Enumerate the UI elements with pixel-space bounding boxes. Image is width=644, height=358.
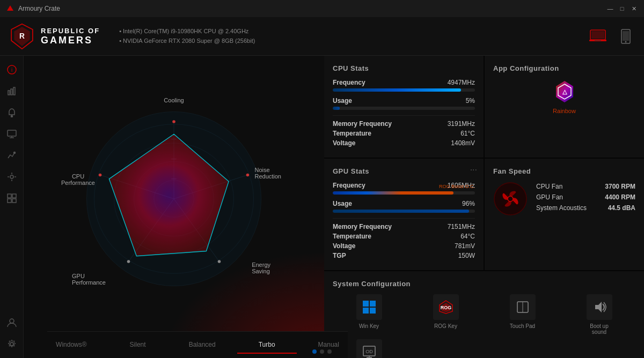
laptop-view-button[interactable] (588, 27, 608, 46)
svg-rect-60 (363, 301, 369, 307)
svg-rect-63 (370, 308, 376, 314)
gpu-tgp-label: TGP (333, 252, 346, 259)
cpu-usage-label: Usage (333, 97, 352, 105)
title-bar-left: Armoury Crate (6, 5, 60, 12)
gpu-mem-freq-label: Memory Frequency (333, 223, 392, 230)
cpu-divider (333, 115, 475, 116)
profile-tabs[interactable]: Windows® Silent Balanced Turbo Manual (47, 331, 348, 358)
svg-rect-61 (370, 301, 376, 307)
gpu-usage-bar (333, 210, 475, 213)
header-system-info: • Intel(R) Core(TM) i9-10980HK CPU @ 2.4… (119, 27, 255, 46)
gpu-mem-freq-value: 7151MHz (448, 223, 475, 230)
gamers-label: GAMERS (41, 35, 100, 46)
app-config-title: App Configuration (493, 64, 635, 72)
fan-speed-title: Fan Speed (493, 167, 635, 175)
cpu-stats-panel: CPU Stats Frequency 4947MHz Usage 5% (324, 56, 484, 158)
title-bar: Armoury Crate — □ ✕ (0, 0, 644, 17)
scroll-dot-1 (312, 349, 317, 354)
close-button[interactable]: ✕ (630, 5, 638, 12)
svg-point-32 (10, 342, 13, 346)
gpu-more-button[interactable]: ··· (470, 165, 477, 175)
svg-rect-7 (595, 40, 601, 41)
svg-text:R: R (19, 32, 25, 40)
radar-label-energy: EnergySaving (252, 262, 270, 274)
sidebar-item-performance[interactable] (2, 81, 21, 101)
svg-rect-28 (12, 194, 16, 198)
svg-text:OD: OD (365, 349, 373, 354)
app-config-panel: App Configuration △ (485, 56, 644, 158)
touch-pad-label: Touch Pad (510, 323, 535, 329)
gpu-voltage-value: 781mV (455, 242, 475, 250)
system-config-panel: System Configuration Win Key (324, 271, 644, 358)
phone-view-button[interactable] (616, 27, 635, 46)
aura-sync-button[interactable]: △ Rainbow (493, 79, 635, 114)
minimize-button[interactable]: — (606, 5, 614, 12)
sidebar-item-info[interactable]: i (2, 60, 21, 79)
fan-content: CPU Fan 3700 RPM GPU Fan 4400 RPM System… (493, 182, 635, 216)
svg-point-10 (625, 41, 627, 42)
win-key-label: Win Key (359, 323, 379, 329)
gpu-frequency-bar-wrapper: ROG Boost O.C. (333, 191, 475, 195)
gpu-voltage-label: Voltage (333, 242, 355, 250)
fan-speed-panel: Fan Speed (485, 159, 644, 270)
sidebar-item-user[interactable] (2, 313, 21, 332)
app-icon (6, 5, 14, 12)
system-acoustics-row: System Acoustics 44.5 dBA (536, 204, 635, 212)
svg-point-49 (246, 174, 250, 177)
tab-balanced[interactable]: Balanced (167, 337, 237, 354)
win-key-button[interactable]: Win Key (333, 294, 405, 335)
svg-text:ROG: ROG (440, 305, 451, 310)
gpu-usage-row: Usage 96% (333, 200, 475, 207)
touch-pad-button[interactable]: Touch Pad (486, 294, 559, 335)
gpu-frequency-label: Frequency (333, 182, 365, 189)
gpu-divider (333, 218, 475, 219)
sidebar-item-lighting[interactable] (2, 167, 21, 187)
gpu-boost-label: ROG Boost O.C. (439, 184, 475, 189)
rog-key-button[interactable]: ROG ROG Key (409, 294, 482, 335)
sidebar-item-display[interactable] (2, 124, 21, 144)
svg-point-17 (11, 116, 12, 117)
boot-sound-button[interactable]: Boot upsound (563, 294, 635, 335)
cpu-info: • Intel(R) Core(TM) i9-10980HK CPU @ 2.4… (119, 27, 255, 36)
sidebar-item-settings[interactable] (2, 334, 21, 354)
touch-pad-icon (510, 294, 536, 320)
gpu-stats-title: GPU Stats (333, 167, 475, 175)
main-content: i (0, 56, 644, 358)
svg-point-31 (10, 319, 14, 323)
tab-turbo[interactable]: Turbo (237, 337, 297, 354)
aura-sync-icon: △ (552, 79, 577, 105)
header-icons[interactable] (588, 27, 635, 46)
svg-rect-13 (8, 91, 10, 95)
gpu-fan-value: 4400 RPM (605, 193, 635, 201)
cpu-mem-freq-value: 3191MHz (448, 120, 475, 128)
rog-key-icon: ROG (433, 294, 459, 320)
fan-icon (493, 182, 528, 216)
cpu-usage-bar-fill (333, 107, 340, 110)
cpu-voltage-row: Voltage 1408mV (333, 139, 475, 147)
svg-point-21 (13, 152, 15, 154)
cpu-voltage-value: 1408mV (451, 139, 475, 147)
radar-area: Cooling NoiseReduction EnergySaving GPUP… (24, 56, 324, 358)
cpu-fan-value: 3700 RPM (605, 183, 635, 190)
sidebar-item-notifications[interactable] (2, 103, 21, 122)
header-left: R REPUBLIC OF GAMERS • Intel(R) Core(TM)… (9, 23, 255, 50)
gpu-temp-row: Temperature 64°C (333, 233, 475, 240)
cpu-usage-value: 5% (466, 97, 475, 105)
svg-rect-30 (12, 199, 16, 203)
gpu-frequency-bar (333, 191, 475, 195)
cpu-frequency-label: Frequency (333, 79, 365, 86)
title-bar-controls[interactable]: — □ ✕ (606, 5, 638, 12)
scroll-dot-3 (327, 349, 332, 354)
header: R REPUBLIC OF GAMERS • Intel(R) Core(TM)… (0, 17, 644, 56)
sidebar-item-analytics[interactable] (2, 146, 21, 165)
right-panels: CPU Stats Frequency 4947MHz Usage 5% (324, 56, 644, 358)
svg-rect-14 (11, 89, 12, 95)
svg-text:△: △ (562, 88, 567, 95)
cpu-mem-freq-row: Memory Frequency 3191MHz (333, 120, 475, 128)
svg-point-48 (172, 120, 175, 123)
radar-label-cooling: Cooling (164, 97, 184, 103)
sidebar-item-layout[interactable] (2, 189, 21, 208)
tab-silent[interactable]: Silent (108, 337, 167, 354)
tab-windows[interactable]: Windows® (34, 337, 108, 354)
maximize-button[interactable]: □ (618, 5, 626, 12)
